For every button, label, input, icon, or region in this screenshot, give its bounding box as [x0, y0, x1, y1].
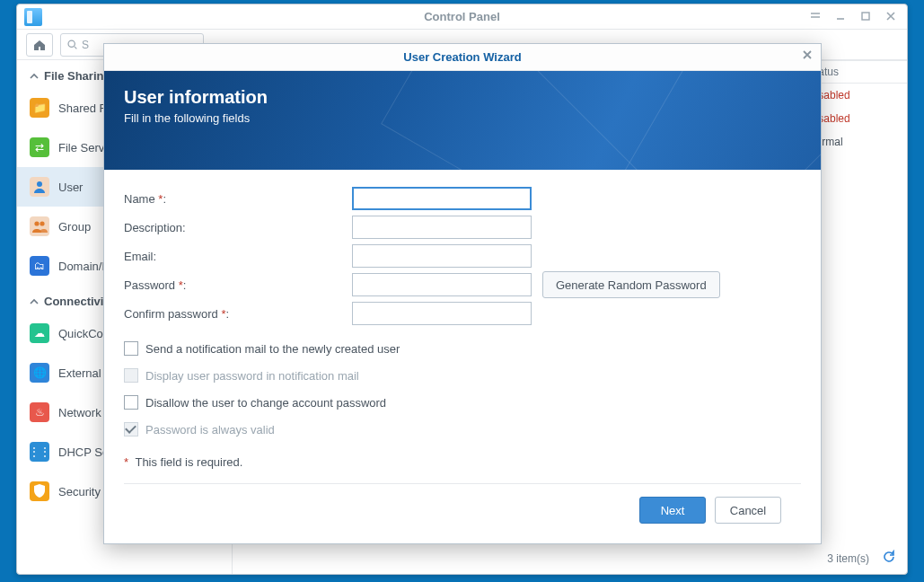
hero-title: User information — [124, 87, 801, 108]
hero-subtitle: Fill in the following fields — [124, 111, 801, 125]
description-field[interactable] — [352, 216, 532, 239]
description-label: Description: — [124, 221, 352, 234]
notify-label: Send a notification mail to the newly cr… — [145, 342, 400, 356]
sidebar-group-label: File Sharing — [44, 69, 110, 83]
sidebar-item-label: User — [58, 181, 83, 194]
email-label: Email: — [124, 250, 352, 263]
dialog-footer: Next Cancel — [124, 493, 801, 538]
user-form: Name *: Description: Email: Password *: … — [104, 170, 821, 543]
disallow-change-checkbox[interactable] — [124, 395, 138, 410]
cloud-icon: ☁ — [30, 323, 49, 343]
always-valid-checkbox-row: Password is always valid — [124, 416, 801, 443]
network-icon: ♨ — [30, 402, 49, 422]
status-footer: 3 item(s) — [827, 550, 896, 567]
window-buttons — [805, 7, 902, 25]
chevron-up-icon — [30, 297, 39, 306]
required-hint: * This field is required. — [124, 455, 801, 469]
maximize-icon[interactable] — [855, 7, 876, 25]
always-valid-checkbox — [124, 422, 138, 436]
svg-point-4 — [40, 221, 44, 225]
next-button[interactable]: Next — [639, 497, 706, 524]
dhcp-icon: ⋮⋮ — [30, 442, 49, 462]
chevron-up-icon — [30, 72, 39, 81]
notify-checkbox-row: Send a notification mail to the newly cr… — [124, 335, 801, 362]
dialog-hero: User information Fill in the following f… — [104, 71, 821, 170]
divider — [124, 483, 801, 484]
group-icon — [30, 216, 49, 236]
domain-icon: 🗂 — [30, 256, 49, 276]
cancel-button[interactable]: Cancel — [715, 497, 781, 524]
search-icon — [66, 39, 78, 50]
generate-password-button[interactable]: Generate Random Password — [542, 271, 720, 298]
user-icon — [30, 177, 49, 197]
close-icon[interactable] — [801, 48, 814, 65]
shield-icon — [30, 481, 49, 501]
item-count: 3 item(s) — [827, 552, 869, 565]
dialog-titlebar: User Creation Wizard — [104, 44, 821, 71]
user-creation-wizard-dialog: User Creation Wizard User information Fi… — [103, 43, 822, 544]
window-title: Control Panel — [424, 10, 500, 23]
globe-icon: 🌐 — [30, 363, 49, 383]
window-titlebar: Control Panel — [17, 4, 907, 30]
svg-point-2 — [37, 181, 42, 187]
app-icon — [24, 8, 42, 26]
folder-icon: 📁 — [30, 98, 49, 118]
dialog-title: User Creation Wizard — [403, 50, 521, 64]
name-label: Name *: — [124, 192, 352, 206]
close-window-icon[interactable] — [880, 7, 902, 25]
disallow-change-label: Disallow the user to change account pass… — [145, 396, 386, 410]
display-password-checkbox — [124, 368, 138, 383]
display-password-checkbox-row: Display user password in notification ma… — [124, 362, 801, 389]
window-menu-icon[interactable] — [805, 7, 826, 25]
notify-checkbox[interactable] — [124, 341, 138, 356]
always-valid-label: Password is always valid — [145, 423, 275, 436]
services-icon: ⇄ — [30, 137, 49, 157]
confirm-password-label: Confirm password *: — [124, 307, 352, 321]
refresh-icon[interactable] — [882, 550, 896, 567]
minimize-icon[interactable] — [830, 7, 851, 25]
name-field[interactable] — [352, 187, 532, 210]
svg-rect-0 — [862, 13, 869, 20]
disallow-change-checkbox-row: Disallow the user to change account pass… — [124, 389, 801, 416]
password-label: Password *: — [124, 278, 352, 292]
svg-point-1 — [68, 40, 75, 47]
email-field[interactable] — [352, 244, 532, 268]
svg-point-3 — [34, 221, 39, 225]
search-placeholder: S — [82, 39, 89, 51]
password-field[interactable] — [352, 273, 532, 296]
sidebar-item-label: Security — [58, 485, 101, 498]
display-password-label: Display user password in notification ma… — [145, 369, 359, 383]
sidebar-item-label: Group — [58, 220, 91, 234]
sidebar-item-label: Network — [58, 406, 101, 419]
confirm-password-field[interactable] — [352, 302, 532, 325]
home-button[interactable] — [26, 33, 53, 57]
